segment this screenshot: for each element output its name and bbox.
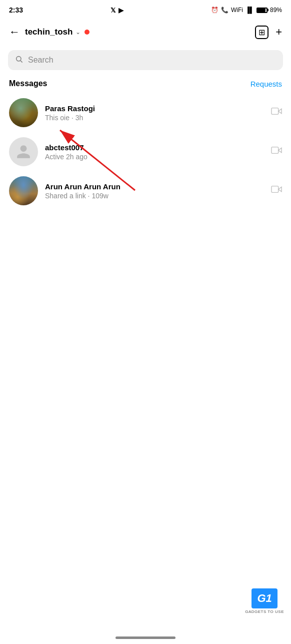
- status-time: 2:33: [9, 6, 23, 14]
- search-bar[interactable]: Search: [8, 50, 283, 70]
- list-item[interactable]: abctest007 Active 2h ago: [0, 132, 291, 171]
- battery-percent: 89%: [270, 7, 282, 14]
- search-placeholder: Search: [28, 56, 54, 65]
- avatar: [9, 176, 38, 205]
- nav-left: ← techin_tosh ⌄: [9, 26, 90, 39]
- alarm-icon: ⏰: [211, 7, 218, 14]
- camera-icon[interactable]: [271, 184, 282, 198]
- status-app-icons: 𝕏 ▶: [110, 7, 124, 14]
- twitter-icon: 𝕏: [110, 7, 116, 14]
- camera-icon[interactable]: [271, 106, 282, 120]
- top-nav: ← techin_tosh ⌄ ⊞ +: [0, 18, 291, 46]
- phone-icon: 📞: [221, 7, 228, 14]
- list-item[interactable]: Paras Rastogi This oie · 3h: [0, 93, 291, 132]
- svg-line-1: [20, 61, 22, 63]
- message-preview: Active 2h ago: [45, 153, 271, 161]
- username-row[interactable]: techin_tosh ⌄: [25, 27, 90, 37]
- contact-name: Arun Arun Arun Arun: [45, 182, 271, 191]
- message-info: Paras Rastogi This oie · 3h: [45, 104, 271, 122]
- message-list: Paras Rastogi This oie · 3h abctest007 A…: [0, 91, 291, 212]
- contact-name: Paras Rastogi: [45, 104, 271, 113]
- watermark: G1 GADGETS TO USE: [245, 588, 284, 614]
- signal-icon: ▐▌: [246, 7, 254, 14]
- new-video-button[interactable]: ⊞: [255, 26, 268, 39]
- back-button[interactable]: ←: [9, 26, 20, 39]
- svg-rect-4: [272, 186, 278, 193]
- username: techin_tosh: [25, 27, 72, 37]
- online-status-dot: [84, 30, 90, 35]
- compose-button[interactable]: +: [276, 26, 282, 39]
- message-preview: Shared a link · 109w: [45, 192, 271, 200]
- messages-title: Messages: [9, 79, 48, 88]
- svg-point-0: [16, 57, 21, 61]
- search-container: Search: [0, 46, 291, 74]
- chevron-down-icon: ⌄: [76, 29, 80, 36]
- requests-link[interactable]: Requests: [250, 80, 282, 88]
- message-info: abctest007 Active 2h ago: [45, 143, 271, 161]
- wifi-icon: WiFi: [231, 7, 243, 14]
- avatar: [9, 137, 38, 166]
- svg-rect-2: [272, 108, 278, 115]
- list-item[interactable]: Arun Arun Arun Arun Shared a link · 109w: [0, 171, 291, 210]
- contact-name: abctest007: [45, 143, 271, 152]
- status-bar: 2:33 𝕏 ▶ ⏰ 📞 WiFi ▐▌ 89%: [0, 0, 291, 18]
- youtube-icon: ▶: [118, 7, 124, 14]
- camera-icon[interactable]: [271, 145, 282, 159]
- battery-icon: [256, 8, 268, 13]
- status-system-icons: ⏰ 📞 WiFi ▐▌ 89%: [211, 7, 282, 14]
- home-indicator: [116, 636, 176, 639]
- video-plus-icon: ⊞: [258, 28, 265, 37]
- avatar: [9, 98, 38, 127]
- messages-header: Messages Requests: [0, 74, 291, 91]
- logo-text: G1: [257, 592, 272, 605]
- watermark-logo: G1: [252, 588, 278, 608]
- nav-right: ⊞ +: [255, 26, 282, 39]
- search-icon: [15, 55, 23, 65]
- svg-rect-3: [272, 147, 278, 154]
- message-info: Arun Arun Arun Arun Shared a link · 109w: [45, 182, 271, 200]
- watermark-tagline: GADGETS TO USE: [245, 609, 284, 614]
- message-preview: This oie · 3h: [45, 114, 271, 122]
